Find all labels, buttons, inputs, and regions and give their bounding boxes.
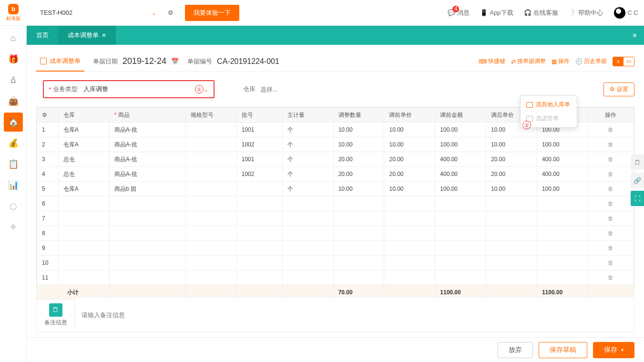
cell-product[interactable]: 商品A-批 bbox=[109, 123, 185, 137]
table-row[interactable]: 3总仓商品A-批1001个20.0020.00400.0020.00400.00… bbox=[37, 152, 634, 167]
nav-money[interactable]: 💰 bbox=[4, 134, 23, 153]
cell-batch[interactable] bbox=[236, 270, 282, 285]
cell-post-price[interactable]: 20.00 bbox=[486, 152, 537, 167]
cell-pre-amount[interactable]: 400.00 bbox=[435, 152, 486, 167]
nav-house[interactable]: ⌂̂ bbox=[4, 71, 23, 90]
cell-pre-price[interactable]: 20.00 bbox=[384, 167, 435, 182]
cell-warehouse[interactable]: 仓库A bbox=[58, 182, 109, 197]
cell-post-amount[interactable] bbox=[537, 211, 588, 226]
side-link-button[interactable]: 🔗 bbox=[631, 173, 644, 188]
cell-spec[interactable] bbox=[185, 226, 236, 241]
cell-pre-amount[interactable] bbox=[435, 241, 486, 256]
cell-post-price[interactable] bbox=[486, 197, 537, 211]
nav-clipboard[interactable]: 📋 bbox=[4, 155, 23, 174]
delete-icon[interactable]: 🗑 bbox=[608, 141, 613, 148]
cell-warehouse[interactable]: 仓库A bbox=[58, 137, 109, 152]
cell-pre-amount[interactable]: 100.00 bbox=[435, 123, 486, 137]
cell-post-price[interactable] bbox=[486, 211, 537, 226]
org-select[interactable]: TEST-H002 ⌄ bbox=[36, 5, 160, 21]
cell-post-amount[interactable]: 100.00 bbox=[537, 182, 588, 197]
cell-pre-price[interactable]: 20.00 bbox=[384, 152, 435, 167]
cell-batch[interactable] bbox=[236, 241, 282, 256]
doc-date-value[interactable]: 2019-12-24 bbox=[123, 56, 166, 66]
cell-batch[interactable]: 1001 bbox=[236, 123, 282, 137]
close-all-tabs[interactable]: ✕ bbox=[625, 26, 644, 45]
table-row[interactable]: 11🗑 bbox=[37, 270, 634, 285]
cell-pre-amount[interactable] bbox=[435, 226, 486, 241]
nav-report[interactable]: 📊 bbox=[4, 176, 23, 195]
cell-pre-amount[interactable]: 100.00 bbox=[435, 137, 486, 152]
cell-warehouse[interactable] bbox=[58, 226, 109, 241]
cell-qty[interactable]: 20.00 bbox=[333, 152, 384, 167]
cell-unit[interactable] bbox=[282, 226, 333, 241]
cell-spec[interactable] bbox=[185, 182, 236, 197]
cell-post-amount[interactable]: 400.00 bbox=[537, 152, 588, 167]
cell-unit[interactable]: 个 bbox=[282, 137, 333, 152]
table-row[interactable]: 2仓库A商品A-批1002个10.0010.00100.0010.00100.0… bbox=[37, 137, 634, 152]
table-row[interactable]: 10🗑 bbox=[37, 256, 634, 270]
delete-icon[interactable]: 🗑 bbox=[608, 156, 613, 163]
table-row[interactable]: 9🗑 bbox=[37, 241, 634, 256]
cell-product[interactable] bbox=[109, 256, 185, 270]
cell-warehouse[interactable] bbox=[58, 241, 109, 256]
calendar-icon[interactable]: 📅 bbox=[171, 58, 179, 65]
tool-history[interactable]: 🕘历史单据 bbox=[575, 57, 607, 65]
cell-batch[interactable] bbox=[236, 182, 282, 197]
delete-icon[interactable]: 🗑 bbox=[608, 230, 613, 237]
delete-icon[interactable]: 🗑 bbox=[608, 215, 613, 222]
doc-tab[interactable]: 成本调整单 bbox=[36, 52, 84, 72]
cell-warehouse[interactable] bbox=[58, 211, 109, 226]
cell-pre-price[interactable]: 10.00 bbox=[384, 137, 435, 152]
save-draft-button[interactable]: 保存草稿 bbox=[539, 342, 587, 358]
cell-product[interactable] bbox=[109, 226, 185, 241]
cell-pre-price[interactable] bbox=[384, 241, 435, 256]
cell-product[interactable] bbox=[109, 270, 185, 285]
nav-gift[interactable]: 🎁 bbox=[4, 50, 23, 69]
delete-icon[interactable]: 🗑 bbox=[608, 259, 613, 266]
col-product[interactable]: *商品 bbox=[109, 108, 185, 123]
close-icon[interactable]: ✕ bbox=[102, 32, 106, 39]
cell-post-amount[interactable] bbox=[537, 270, 588, 285]
cell-spec[interactable] bbox=[185, 211, 236, 226]
tab-home[interactable]: 首页 bbox=[27, 26, 58, 45]
cell-pre-amount[interactable]: 100.00 bbox=[435, 182, 486, 197]
cell-post-price[interactable] bbox=[486, 256, 537, 270]
cell-unit[interactable]: 个 bbox=[282, 167, 333, 182]
cell-product[interactable]: 商品A-批 bbox=[109, 137, 185, 152]
help-button[interactable]: ❔ 帮助中心 bbox=[569, 9, 603, 17]
cell-pre-price[interactable] bbox=[384, 211, 435, 226]
cell-qty[interactable] bbox=[333, 226, 384, 241]
cell-batch[interactable]: 1001 bbox=[236, 152, 282, 167]
nav-cycle[interactable]: ◌ bbox=[4, 197, 23, 216]
cell-spec[interactable] bbox=[185, 197, 236, 211]
cell-qty[interactable] bbox=[333, 270, 384, 285]
settings-icon[interactable]: ⚙ bbox=[168, 9, 174, 16]
cell-warehouse[interactable]: 总仓 bbox=[58, 152, 109, 167]
cell-post-price[interactable] bbox=[486, 270, 537, 285]
cell-batch[interactable] bbox=[236, 211, 282, 226]
cell-post-amount[interactable] bbox=[537, 256, 588, 270]
cell-post-amount[interactable]: 100.00 bbox=[537, 137, 588, 152]
cell-unit[interactable] bbox=[282, 197, 333, 211]
cell-product[interactable]: 商品b 固 bbox=[109, 182, 185, 197]
cell-warehouse[interactable] bbox=[58, 270, 109, 285]
cell-unit[interactable]: 个 bbox=[282, 123, 333, 137]
settings-button[interactable]: ⚙ 设置 bbox=[603, 83, 634, 96]
cell-spec[interactable] bbox=[185, 270, 236, 285]
cell-unit[interactable]: 个 bbox=[282, 152, 333, 167]
cell-qty[interactable] bbox=[333, 197, 384, 211]
warehouse-input[interactable] bbox=[260, 86, 356, 93]
cell-unit[interactable] bbox=[282, 241, 333, 256]
col-unit[interactable]: 主计量 bbox=[282, 108, 333, 123]
cell-qty[interactable]: 10.00 bbox=[333, 182, 384, 197]
cell-batch[interactable] bbox=[236, 226, 282, 241]
nav-home[interactable]: ⌂ bbox=[4, 29, 23, 48]
col-qty[interactable]: 调整数量 bbox=[333, 108, 384, 123]
col-batch[interactable]: 批号 bbox=[236, 108, 282, 123]
cell-post-price[interactable]: 10.00 bbox=[486, 137, 537, 152]
cell-qty[interactable] bbox=[333, 211, 384, 226]
dropdown-opt-other-inbound[interactable]: 选其他入库单 bbox=[521, 98, 577, 112]
cell-qty[interactable] bbox=[333, 241, 384, 256]
cell-unit[interactable] bbox=[282, 256, 333, 270]
cell-qty[interactable] bbox=[333, 256, 384, 270]
